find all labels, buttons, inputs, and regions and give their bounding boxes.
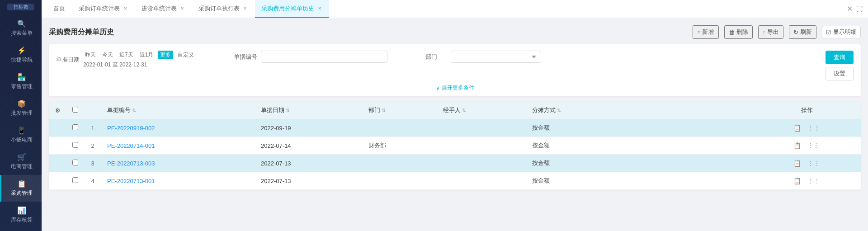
expand-more-btn[interactable]: ∨ 展开更多条件 [56,84,854,92]
date-opt-yesterday[interactable]: 昨天 [83,51,98,59]
tab-purchase-order-stats[interactable]: 采购订单统计表✕ [72,0,134,18]
doc-no-link-0[interactable]: PE-20220919-002 [107,125,155,132]
chevron-down-icon: ∨ [436,85,440,91]
doc-no-link-1[interactable]: PE-20220714-001 [107,142,155,149]
sidebar-item-finance[interactable]: 💰资金管理 [0,228,42,231]
sidebar-item-mobile[interactable]: 📱小畅电商 [0,122,42,148]
export-icon: ↑ [763,29,766,36]
row-check-2[interactable] [72,160,78,165]
row-check-1[interactable] [72,142,78,148]
dept-select[interactable] [451,51,541,63]
row-actions-0: 📋 ⋮⋮ [753,119,861,137]
row-checkbox-3 [67,172,84,190]
date-opt-1month[interactable]: 近1月 [138,51,156,59]
action-more-icon-3[interactable]: ⋮⋮ [806,176,822,185]
add-button[interactable]: + 新增 [693,25,718,39]
tab-stock-stats[interactable]: 进货单统计表✕ [135,0,191,18]
search-row-1: 单据日期 昨天 今天 近7天 近1月 更多 自定义 2022-01-01 至 2… [56,51,854,80]
tab-purchase-cost[interactable]: 采购费用分摊单历史✕ [255,0,329,18]
tab-purchase-order-exec[interactable]: 采购订单执行表✕ [192,0,254,18]
date-opt-7days[interactable]: 近7天 [118,51,135,59]
sort-icon-handler[interactable]: ⇅ [462,108,466,113]
action-edit-icon-3[interactable]: 📋 [792,176,803,185]
doc-no-label: 单据编号 [234,53,257,61]
sidebar-item-purchase[interactable]: 📋采购管理 [0,175,42,202]
row-check-0[interactable] [72,124,78,130]
tab-close-stock-stats[interactable]: ✕ [179,5,185,12]
search-settings-button[interactable]: 设置 [826,67,854,80]
th-settings: ⚙ [49,102,67,119]
delete-button[interactable]: 🗑 删除 [724,25,753,39]
action-more-icon-0[interactable]: ⋮⋮ [806,123,822,132]
action-edit-icon-1[interactable]: 📋 [792,141,803,150]
sidebar-item-label: 小畅电商 [11,136,33,144]
th-doc-no: 单据编号 ⇅ [102,102,255,119]
sort-icon-doc-date[interactable]: ⇅ [286,108,290,113]
checkbox-icon: ☑ [826,29,831,36]
sidebar-item-retail[interactable]: 🏪零售管理 [0,68,42,95]
wholesale-icon: 📦 [17,99,26,108]
row-actions-1: 📋 ⋮⋮ [753,137,861,155]
sidebar-logo: 指标数 [7,4,34,10]
th-handler: 经手人 ⇅ [438,102,527,119]
row-checkbox-1 [67,137,84,155]
sort-icon-dept[interactable]: ⇅ [382,108,386,113]
date-range-display[interactable]: 2022-01-01 至 2022-12-31 [83,61,196,69]
date-opt-custom[interactable]: 自定义 [176,51,196,59]
refresh-button[interactable]: ↻ 刷新 [789,25,816,39]
tab-label-stock-stats: 进货单统计表 [142,5,177,13]
date-opt-more[interactable]: 更多 [158,51,173,59]
action-edit-icon-2[interactable]: 📋 [792,159,803,168]
row-checkbox-0 [67,119,84,137]
sidebar-item-search[interactable]: 🔍搜索菜单 [0,15,42,42]
tab-bar-actions: ✕ ⛶ [847,5,863,13]
search-area: 单据日期 昨天 今天 近7天 近1月 更多 自定义 2022-01-01 至 2… [49,44,861,96]
date-opt-today[interactable]: 今天 [100,51,115,59]
row-dept-2 [363,155,438,172]
export-button[interactable]: ↑ 导出 [758,25,784,39]
row-num-0: 1 [84,119,102,137]
sidebar-item-shortcut[interactable]: ⚡快捷导航 [0,42,42,68]
doc-no-link-2[interactable]: PE-20220713-003 [107,160,155,167]
dept-label: 部门 [425,53,447,61]
row-settings-3 [49,172,67,190]
ecommerce-icon: 🛒 [17,153,26,161]
table-body: 1 PE-20220919-002 2022-09-19 按金额 📋 ⋮⋮ 2 … [49,119,861,190]
sort-icon-doc-no[interactable]: ⇅ [132,108,136,113]
doc-no-input[interactable] [261,51,387,63]
row-actions-2: 📋 ⋮⋮ [753,155,861,172]
settings-icon[interactable]: ⚙ [55,107,61,114]
action-edit-icon-0[interactable]: 📋 [792,123,803,132]
maximize-window-icon[interactable]: ⛶ [856,5,863,13]
tab-close-purchase-order-stats[interactable]: ✕ [123,5,128,12]
close-window-icon[interactable]: ✕ [847,5,853,13]
tab-close-purchase-order-exec[interactable]: ✕ [242,5,248,12]
tab-close-purchase-cost[interactable]: ✕ [317,5,322,12]
row-num-3: 4 [84,172,102,190]
date-options-wrapper: 昨天 今天 近7天 近1月 更多 自定义 2022-01-01 至 2022-1… [83,51,196,69]
query-button[interactable]: 查询 [826,51,854,64]
refresh-icon: ↻ [793,29,798,36]
select-all-checkbox[interactable] [72,107,78,113]
doc-no-link-3[interactable]: PE-20220713-001 [107,178,155,184]
row-actions-3: 📋 ⋮⋮ [753,172,861,190]
row-split-method-0: 按金额 [527,119,753,137]
sidebar-item-label: 快捷导航 [11,56,33,64]
show-cols-button[interactable]: ☑ 显示明细 [822,26,861,38]
action-more-icon-1[interactable]: ⋮⋮ [806,141,822,150]
sort-icon-split[interactable]: ⇅ [557,108,561,113]
sidebar-item-label: 采购管理 [11,189,33,197]
table-head: ⚙ 单据编号 ⇅ [49,102,861,119]
tab-home[interactable]: 首页 [47,0,71,18]
action-more-icon-2[interactable]: ⋮⋮ [806,159,822,168]
row-check-3[interactable] [72,177,78,183]
sidebar-item-ecommerce[interactable]: 🛒电商管理 [0,148,42,175]
sidebar-item-wholesale[interactable]: 📦批发管理 [0,95,42,122]
row-doc-date-2: 2022-07-13 [255,155,363,172]
sidebar-item-label: 电商管理 [11,163,33,170]
tab-label-purchase-cost: 采购费用分摊单历史 [261,5,314,13]
row-dept-1: 财务部 [363,137,438,155]
sidebar-item-inventory[interactable]: 📊库存核算 [0,202,42,228]
row-settings-2 [49,155,67,172]
records-table: ⚙ 单据编号 ⇅ [49,102,861,190]
